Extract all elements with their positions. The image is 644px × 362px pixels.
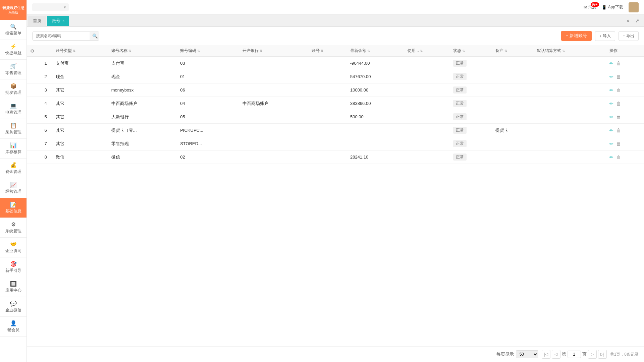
sidebar-icon-4: 💻 <box>10 103 17 109</box>
row-type-0: 支付宝 <box>52 57 108 70</box>
col-type-header[interactable]: 账号类型 ⇅ <box>52 45 108 57</box>
col-remark-sort[interactable]: 备注 ⇅ <box>495 48 530 54</box>
tab-account[interactable]: 账号 × <box>47 16 69 26</box>
col-balance-sort[interactable]: 最新余额 ⇅ <box>350 48 401 54</box>
col-account-sort[interactable]: 账号 ⇅ <box>312 48 343 54</box>
topbar-search-input[interactable] <box>35 5 62 10</box>
col-status-sort[interactable]: 状态 ⇅ <box>453 48 489 54</box>
col-bank-sort[interactable]: 开户银行 ⇅ <box>243 48 305 54</box>
col-account-header[interactable]: 账号 ⇅ <box>308 45 347 57</box>
sidebar-item-7[interactable]: 💰资金管理 <box>0 159 26 178</box>
row-balance-7: 28241.10 <box>347 150 404 164</box>
sidebar-item-6[interactable]: 📊库存核算 <box>0 139 26 159</box>
sidebar-item-15[interactable]: 👤畅会员 <box>0 317 26 337</box>
edit-button-1[interactable]: ✏ <box>609 74 613 79</box>
tab-close-icon[interactable]: × <box>62 19 64 23</box>
col-type-label: 账号类型 <box>56 48 72 54</box>
edit-button-2[interactable]: ✏ <box>609 87 613 93</box>
sidebar-label-7: 资金管理 <box>5 169 21 175</box>
row-balance-6 <box>347 137 404 150</box>
sidebar-item-8[interactable]: 📈经营管理 <box>0 178 26 198</box>
col-usage-sort[interactable]: 使用... ⇅ <box>408 48 446 54</box>
status-badge-1: 正常 <box>453 73 467 80</box>
sidebar-item-14[interactable]: 💬企业微信 <box>0 297 26 317</box>
row-code-4: 05 <box>177 110 239 124</box>
page-next-button[interactable]: ▷ <box>588 350 597 359</box>
sidebar-item-1[interactable]: ⚡快捷导航 <box>0 40 26 60</box>
action-btns-1: ✏ 🗑 <box>609 74 641 79</box>
page-number-input[interactable] <box>568 351 581 358</box>
settings-icon[interactable]: ⚙ <box>30 48 35 54</box>
col-balance-header[interactable]: 最新余额 ⇅ <box>347 45 404 57</box>
delete-button-0[interactable]: 🗑 <box>616 61 621 66</box>
row-type-5: 其它 <box>52 124 108 137</box>
sidebar-item-13[interactable]: 🔲应用中心 <box>0 277 26 297</box>
delete-button-6[interactable]: 🗑 <box>616 141 621 146</box>
edit-button-6[interactable]: ✏ <box>609 141 613 146</box>
col-name-header[interactable]: 账号名称 ⇅ <box>108 45 177 57</box>
edit-button-0[interactable]: ✏ <box>609 61 613 66</box>
col-remark-header[interactable]: 备注 ⇅ <box>492 45 534 57</box>
col-default-payment-sort[interactable]: 默认结算方式 ⇅ <box>537 48 603 54</box>
sidebar-item-12[interactable]: 🎯新手引导 <box>0 257 26 277</box>
row-status-2: 正常 <box>450 83 492 97</box>
search-button[interactable]: 🔍 <box>90 32 99 40</box>
row-action-3: ✏ 🗑 <box>606 97 644 110</box>
sidebar-item-9[interactable]: 📝基础信息 <box>0 198 26 218</box>
delete-button-4[interactable]: 🗑 <box>616 114 621 120</box>
col-name-sort[interactable]: 账号名称 ⇅ <box>111 48 174 54</box>
delete-button-3[interactable]: 🗑 <box>616 101 621 106</box>
edit-button-5[interactable]: ✏ <box>609 128 613 133</box>
user-avatar[interactable] <box>629 2 639 12</box>
row-index-7: 8 <box>39 150 52 164</box>
sidebar-icon-3: 📦 <box>10 83 17 89</box>
sidebar-item-10[interactable]: ⚙系统管理 <box>0 218 26 238</box>
page-prev-button[interactable]: ◁ <box>552 350 560 359</box>
sidebar-item-3[interactable]: 📦批发管理 <box>0 79 26 99</box>
page-first-button[interactable]: |◁ <box>542 350 550 359</box>
sidebar-item-5[interactable]: 📋采购管理 <box>0 119 26 139</box>
col-code-header[interactable]: 账号编码 ⇅ <box>177 45 239 57</box>
message-button[interactable]: ✉ 消息 99+ <box>584 4 596 10</box>
sort-icon4: ⇅ <box>260 49 262 53</box>
col-code-sort[interactable]: 账号编码 ⇅ <box>180 48 236 54</box>
row-status-1: 正常 <box>450 70 492 83</box>
col-type-sort[interactable]: 账号类型 ⇅ <box>56 48 105 54</box>
sidebar-item-11[interactable]: 🤝企业协同 <box>0 238 26 257</box>
add-account-button[interactable]: + 新增账号 <box>561 31 592 41</box>
edit-button-3[interactable]: ✏ <box>609 101 613 106</box>
row-bank-0 <box>239 57 308 70</box>
edit-button-7[interactable]: ✏ <box>609 155 613 160</box>
app-download-button[interactable]: 📱 App下载 <box>602 4 623 10</box>
import-button[interactable]: ↓ 导入 <box>595 31 615 41</box>
row-type-7: 微信 <box>52 150 108 164</box>
col-default-payment-header[interactable]: 默认结算方式 ⇅ <box>534 45 606 57</box>
col-status-header[interactable]: 状态 ⇅ <box>450 45 492 57</box>
row-status-3: 正常 <box>450 97 492 110</box>
col-usage-header[interactable]: 使用... ⇅ <box>404 45 450 57</box>
delete-button-5[interactable]: 🗑 <box>616 128 621 133</box>
col-bank-header[interactable]: 开户银行 ⇅ <box>239 45 308 57</box>
tab-close-button[interactable]: × <box>624 17 632 25</box>
sidebar-icon-11: 🤝 <box>10 241 17 247</box>
page-last-button[interactable]: ▷| <box>598 350 607 359</box>
sidebar-item-4[interactable]: 💻电商管理 <box>0 99 26 119</box>
sidebar-item-2[interactable]: 🛒零售管理 <box>0 60 26 79</box>
tab-home[interactable]: 首页 <box>28 16 46 26</box>
row-usage-1 <box>404 70 450 83</box>
edit-button-4[interactable]: ✏ <box>609 114 613 120</box>
search-input[interactable] <box>33 32 90 40</box>
delete-button-2[interactable]: 🗑 <box>616 87 621 93</box>
row-code-0: 03 <box>177 57 239 70</box>
row-name-3: 中百商场账户 <box>108 97 177 110</box>
export-button[interactable]: ↑ 导出 <box>619 31 639 41</box>
sidebar-item-0[interactable]: 🔍搜索菜单 <box>0 20 26 40</box>
delete-button-7[interactable]: 🗑 <box>616 155 621 160</box>
content-area: 🔍 + 新增账号 ↓ 导入 ↑ 导出 ⚙ <box>27 27 644 362</box>
row-action-1: ✏ 🗑 <box>606 70 644 83</box>
delete-button-1[interactable]: 🗑 <box>616 74 621 79</box>
sidebar-icon-12: 🎯 <box>10 261 17 267</box>
sidebar-label-6: 库存核算 <box>5 149 21 155</box>
page-size-dropdown[interactable]: 50 100 200 <box>516 350 538 358</box>
tab-maximize-button[interactable]: ⤢ <box>633 17 641 25</box>
